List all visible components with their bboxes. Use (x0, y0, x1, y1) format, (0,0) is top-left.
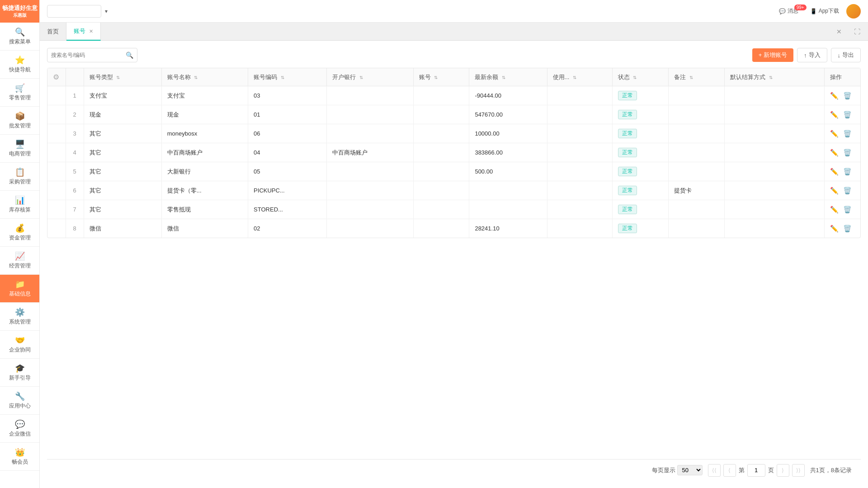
sidebar-item-biz-wechat[interactable]: 💬 企业微信 (0, 415, 39, 443)
row-remark-cell (669, 105, 725, 124)
avatar[interactable] (846, 4, 861, 19)
toolbar-left: 🔍 (47, 48, 137, 62)
edit-icon[interactable]: ✏️ (830, 225, 839, 233)
delete-icon[interactable]: 🗑️ (843, 225, 852, 233)
sidebar-item-inventory[interactable]: 📊 库存核算 (0, 191, 39, 219)
maximize-button[interactable]: ⛶ (848, 23, 866, 41)
edit-icon[interactable]: ✏️ (830, 168, 839, 176)
col-status[interactable]: 状态 ⇅ (612, 68, 669, 86)
sidebar-item-app-center[interactable]: 🔧 应用中心 (0, 387, 39, 415)
tab-home[interactable]: 首页 (40, 23, 66, 41)
row-settings-cell (47, 162, 66, 181)
sidebar-item-retail-mgmt[interactable]: 🛒 零售管理 (0, 79, 39, 107)
col-usage[interactable]: 使用... ⇅ (547, 68, 612, 86)
edit-icon[interactable]: ✏️ (830, 130, 839, 138)
total-records-label: 共1页，8条记录 (810, 466, 852, 474)
delete-icon[interactable]: 🗑️ (843, 168, 852, 176)
row-action-cell: ✏️ 🗑️ (824, 105, 860, 124)
edit-icon[interactable]: ✏️ (830, 149, 839, 157)
row-status-cell: 正常 (612, 105, 669, 124)
topbar-dropdown[interactable]: ▾ (105, 8, 108, 14)
search-wrapper: 🔍 (47, 48, 137, 62)
row-account-no-cell (413, 200, 469, 219)
row-num-cell: 8 (66, 219, 84, 238)
sidebar-item-quick-nav[interactable]: ⭐ 快捷导航 (0, 51, 39, 79)
row-settings-cell (47, 124, 66, 143)
row-bank-cell: 中百商场账户 (327, 143, 413, 162)
delete-icon[interactable]: 🗑️ (843, 187, 852, 195)
edit-icon[interactable]: ✏️ (830, 92, 839, 100)
delete-icon[interactable]: 🗑️ (843, 130, 852, 138)
first-page-button[interactable]: ⟨⟨ (708, 464, 721, 477)
minimize-button[interactable]: ✕ (830, 23, 848, 41)
last-page-button[interactable]: ⟩⟩ (792, 464, 805, 477)
row-usage-cell (547, 124, 612, 143)
new-guide-icon: 🎓 (15, 363, 25, 373)
sidebar-item-biz-agreement[interactable]: 🤝 企业协同 (0, 331, 39, 359)
page-number-input[interactable] (747, 464, 765, 477)
col-settings[interactable]: ⚙ (47, 68, 66, 86)
topbar-msg-button[interactable]: 💬 消息 99+ (779, 7, 803, 15)
row-settle-cell (724, 200, 824, 219)
member-icon: 👑 (15, 447, 25, 457)
table-header-row: ⚙ 账号类型 ⇅ 账号名称 ⇅ (47, 68, 860, 86)
status-badge: 正常 (618, 167, 637, 176)
tab-account[interactable]: 账号 ✕ (66, 23, 101, 41)
sidebar-item-search-menu[interactable]: 🔍 搜索菜单 (0, 23, 39, 51)
sort-icon-account-no: ⇅ (434, 75, 438, 80)
delete-icon[interactable]: 🗑️ (843, 92, 852, 100)
edit-icon[interactable]: ✏️ (830, 111, 839, 119)
edit-icon[interactable]: ✏️ (830, 187, 839, 195)
row-code-cell: 03 (248, 86, 327, 105)
finance-mgmt-icon: 💰 (15, 223, 25, 233)
row-name-cell: 大新银行 (161, 162, 248, 181)
col-bank[interactable]: 开户银行 ⇅ (327, 68, 413, 86)
topbar-app-download[interactable]: 📱 App下载 (810, 7, 839, 15)
row-code-cell: 02 (248, 219, 327, 238)
table-row: 3 其它 moneybosx 06 10000.00 正常 ✏️ 🗑️ (47, 124, 860, 143)
prev-page-button[interactable]: ⟨ (723, 464, 736, 477)
delete-icon[interactable]: 🗑️ (843, 206, 852, 214)
sidebar-item-wholesale-mgmt[interactable]: 📦 批发管理 (0, 107, 39, 135)
row-bank-cell (327, 181, 413, 200)
col-account-code[interactable]: 账号编码 ⇅ (248, 68, 327, 86)
col-remark[interactable]: 备注 ⇅ (669, 68, 725, 86)
row-type-cell: 现金 (84, 105, 161, 124)
row-settings-cell (47, 200, 66, 219)
sidebar: 畅捷通好生意 乐惠版 🔍 搜索菜单 ⭐ 快捷导航 🛒 零售管理 📦 批发管理 🖥… (0, 0, 40, 488)
biz-agreement-icon: 🤝 (15, 335, 25, 345)
col-account-type[interactable]: 账号类型 ⇅ (84, 68, 161, 86)
col-default-settle[interactable]: 默认结算方式 ⇅ (724, 68, 824, 86)
status-badge: 正常 (618, 91, 637, 100)
row-bank-cell (327, 219, 413, 238)
tab-close-button[interactable]: ✕ (89, 28, 93, 34)
row-status-cell: 正常 (612, 219, 669, 238)
import-button[interactable]: ↑ 导入 (797, 48, 827, 62)
next-page-button[interactable]: ⟩ (777, 464, 789, 477)
sort-icon-balance: ⇅ (502, 75, 505, 80)
delete-icon[interactable]: 🗑️ (843, 111, 852, 119)
edit-icon[interactable]: ✏️ (830, 206, 839, 214)
sidebar-item-member[interactable]: 👑 畅会员 (0, 443, 39, 471)
add-account-button[interactable]: + 新增账号 (752, 48, 793, 62)
row-action-cell: ✏️ 🗑️ (824, 86, 860, 105)
col-settings-icon[interactable]: ⚙ (53, 73, 59, 81)
page-size-select[interactable]: 50 100 200 (677, 465, 703, 475)
search-icon[interactable]: 🔍 (126, 52, 133, 59)
sidebar-item-ecom-mgmt[interactable]: 🖥️ 电商管理 (0, 135, 39, 163)
sidebar-item-finance-mgmt[interactable]: 💰 资金管理 (0, 219, 39, 247)
sidebar-item-sys-mgmt[interactable]: ⚙️ 系统管理 (0, 303, 39, 331)
col-balance[interactable]: 最新余额 ⇅ (469, 68, 547, 86)
sidebar-item-basic-info[interactable]: 📁 基础信息 (0, 275, 39, 303)
col-account-no[interactable]: 账号 ⇅ (413, 68, 469, 86)
sidebar-item-new-guide[interactable]: 🎓 新手引导 (0, 359, 39, 387)
export-button[interactable]: ↓ 导出 (831, 48, 861, 62)
search-input[interactable] (51, 52, 126, 58)
sidebar-item-ops-mgmt[interactable]: 📈 经营管理 (0, 247, 39, 275)
col-account-name[interactable]: 账号名称 ⇅ (161, 68, 248, 86)
topbar-search-input[interactable] (47, 5, 101, 18)
row-remark-cell (669, 219, 725, 238)
delete-icon[interactable]: 🗑️ (843, 149, 852, 157)
sort-icon-type: ⇅ (116, 75, 120, 80)
sidebar-item-purchase-mgmt[interactable]: 📋 采购管理 (0, 163, 39, 191)
